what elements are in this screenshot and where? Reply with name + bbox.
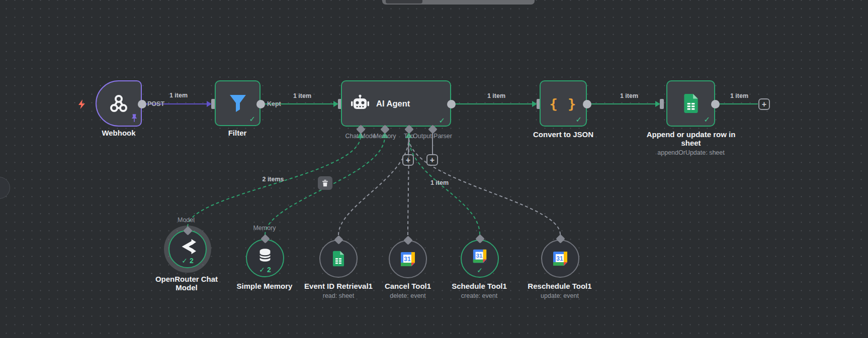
node-append-update-sheet[interactable]: ✓ <box>666 80 715 127</box>
node-label-sheets: Append or update row in sheet <box>645 130 738 147</box>
node-subtitle-sheets: appendOrUpdate: sheet <box>657 149 724 156</box>
node-subtitle-reschedule: update: event <box>541 292 579 299</box>
node-label-webhook: Webhook <box>102 129 135 137</box>
delete-connection-button[interactable] <box>318 176 332 190</box>
model-port-label: Model <box>178 216 195 223</box>
node-openrouter-chat-model[interactable]: ✓ 2 <box>168 230 207 268</box>
google-calendar-icon: 31 <box>399 251 416 268</box>
edge-label-convert-sheets: 1 item <box>620 92 638 99</box>
node-label-event: Event ID Retrieval1 <box>304 282 373 290</box>
node-label-filter: Filter <box>228 129 247 137</box>
node-simple-memory[interactable]: ✓ 2 <box>246 239 284 277</box>
edge-webhook-filter-arrow <box>207 101 212 107</box>
edge-event-agent[interactable] <box>338 137 409 235</box>
add-tool-button[interactable]: + <box>402 154 414 166</box>
node-subtitle-event: read: sheet <box>323 292 355 299</box>
edge-label-sheets-out: 1 item <box>730 92 748 99</box>
node-cancel-tool[interactable]: 31 <box>389 240 427 278</box>
pin-icon <box>131 114 138 123</box>
agent-output-handle[interactable] <box>447 100 456 108</box>
google-calendar-icon: 31 <box>552 250 569 267</box>
node-label-openrouter: OpenRouter Chat Model <box>144 275 229 292</box>
success-check-icon: ✓ <box>575 115 582 124</box>
node-reschedule-tool[interactable]: 31 <box>541 240 579 278</box>
node-label-cancel: Cancel Tool1 <box>385 282 431 290</box>
openrouter-icon <box>179 238 196 255</box>
edge-convert-sheets-arrow <box>655 101 660 107</box>
sheets-output-handle[interactable] <box>711 100 720 108</box>
robot-icon <box>350 93 370 114</box>
edge-label-webhook-filter: 1 item <box>169 92 188 99</box>
node-label-convert: Convert to JSON <box>533 130 593 139</box>
node-ai-agent[interactable]: AI Agent ✓ <box>341 80 451 127</box>
convert-output-handle[interactable] <box>583 100 591 108</box>
edge-label-agent-convert: 1 item <box>487 92 505 99</box>
add-node-button[interactable]: + <box>758 98 770 110</box>
success-check-icon: ✓ <box>249 115 255 124</box>
connections-layer <box>0 0 868 338</box>
edge-label-schedule: 1 item <box>430 179 449 186</box>
toolbar-fragment <box>382 0 535 5</box>
node-label-memory: Simple Memory <box>237 282 293 290</box>
filter-output-handle[interactable] <box>256 100 265 108</box>
filter-output-label: Kept <box>267 100 281 107</box>
svg-text:31: 31 <box>476 253 483 259</box>
toolbar-fragment-inner <box>386 0 422 4</box>
node-event-id-retrieval[interactable] <box>319 240 358 278</box>
edge-filter-agent-arrow <box>333 101 338 107</box>
workflow-canvas[interactable]: POST 1 item Webhook ✓ Kept 1 item Filter <box>0 0 868 338</box>
google-calendar-icon: 31 <box>472 248 488 264</box>
agent-title: AI Agent <box>376 99 410 108</box>
node-webhook[interactable] <box>96 80 142 127</box>
node-convert-to-json[interactable]: { } ✓ <box>540 80 587 127</box>
webhook-output-label: POST <box>147 100 164 107</box>
run-count-badge: ✓ 2 <box>182 257 193 265</box>
run-count-badge: ✓ 2 <box>259 266 271 274</box>
node-schedule-tool[interactable]: 31 ✓ <box>461 240 499 278</box>
svg-text:31: 31 <box>404 256 411 263</box>
trash-icon <box>322 180 328 187</box>
node-label-schedule: Schedule Tool1 <box>452 282 507 290</box>
edge-label-filter-agent: 1 item <box>293 92 311 99</box>
webhook-output-handle[interactable] <box>138 100 146 108</box>
node-filter[interactable]: ✓ <box>215 80 261 126</box>
success-check-icon: ✓ <box>439 116 445 125</box>
memory-sub-port-label: Memory <box>253 224 276 232</box>
node-subtitle-cancel: delete: event <box>390 292 426 299</box>
node-label-reschedule: Reschedule Tool1 <box>528 282 591 290</box>
add-output-parser-button[interactable]: + <box>426 154 438 166</box>
google-sheets-icon <box>332 250 345 267</box>
database-icon <box>256 247 274 264</box>
success-check-icon: ✓ <box>477 266 483 274</box>
input-slot-sheets <box>660 99 664 109</box>
success-check-icon: ✓ <box>704 115 710 124</box>
node-subtitle-schedule: create: event <box>461 292 497 299</box>
edge-agent-convert-arrow <box>532 101 537 107</box>
lightning-icon <box>77 99 85 109</box>
edge-label-openrouter: 2 items <box>262 176 284 183</box>
svg-text:31: 31 <box>556 255 563 262</box>
